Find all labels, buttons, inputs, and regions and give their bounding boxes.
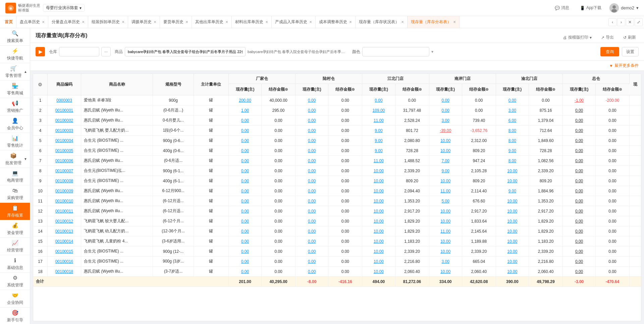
- color-input[interactable]: [362, 47, 429, 56]
- sidebar-item-retail-store[interactable]: 🏪 零售商城: [0, 81, 30, 98]
- sidebar-item-search[interactable]: 🔍 搜索英单: [0, 28, 30, 46]
- sidebar-label-wholesale: 批发管理: [5, 160, 21, 166]
- expand-toggle-btn[interactable]: ▶: [36, 47, 45, 56]
- cell-na-qty: 7.00: [429, 156, 462, 166]
- close-icon[interactable]: ✕: [401, 20, 404, 24]
- tab-inventory-count[interactable]: 盘点单历史 ✕: [16, 16, 48, 28]
- tab-home[interactable]: 首页: [1, 16, 16, 28]
- cell-na-qty: 10.00: [429, 246, 462, 257]
- chevron-down-icon: ▾: [79, 6, 82, 10]
- close-icon[interactable]: ✕: [42, 20, 45, 24]
- tab-allocation[interactable]: 调拨单历史 ✕: [128, 16, 160, 28]
- sidebar-item-member[interactable]: 👤 会员中心: [0, 115, 30, 133]
- expand-more-row: ▼ 展开更多条件: [30, 61, 644, 71]
- close-icon[interactable]: ✕: [122, 20, 124, 24]
- print-btn[interactable]: 🖨 按模版打印 ▾: [560, 33, 594, 42]
- close-icon[interactable]: ✕: [349, 20, 352, 24]
- sidebar-item-wholesale[interactable]: 📦 批发管理 ▼: [0, 150, 30, 168]
- refresh-btn[interactable]: ↺ 刷新: [621, 33, 639, 42]
- sidebar-item-retail-mgmt[interactable]: 🛒 零售管理 ▲: [0, 63, 30, 81]
- cell-na-amt: 676.60: [462, 196, 496, 206]
- user-menu[interactable]: demo2 ▾: [609, 3, 639, 13]
- cell-yb-qty: 10.00: [496, 236, 529, 246]
- cell-na-amt: 1,833.64: [462, 216, 496, 226]
- svg-text:畅: 畅: [9, 7, 12, 10]
- messages-btn[interactable]: 💬 消息: [552, 4, 572, 12]
- sidebar-item-operations[interactable]: 📈 经营管理: [0, 238, 30, 255]
- sidebar-item-new-guide[interactable]: 🎯 新手引导: [0, 308, 30, 324]
- cell-seq: 1: [33, 95, 47, 105]
- cell-spec: (3-7岁适...: [153, 267, 194, 277]
- export-label: 导出: [606, 35, 614, 40]
- cell-lc-qty: 0.00: [296, 196, 328, 206]
- close-icon[interactable]: ✕: [185, 20, 188, 24]
- cell-name: 飞鹤星飞帆 儿童奶粉 4...: [81, 236, 153, 246]
- export-btn[interactable]: ↗ 导出: [598, 33, 616, 42]
- tab-stock-dist[interactable]: 现存量（库存分布表）✕: [408, 16, 460, 28]
- app-download-btn[interactable]: 📱 App下载: [577, 4, 604, 12]
- close-icon[interactable]: ✕: [154, 20, 156, 24]
- message-icon: 💬: [555, 6, 560, 10]
- close-icon[interactable]: ✕: [309, 20, 312, 24]
- sidebar-item-system[interactable]: ⚙ 系统管理: [0, 273, 30, 290]
- cell-unit: 罐: [194, 257, 229, 267]
- sidebar-item-marketing[interactable]: 📢 营销推广: [0, 98, 30, 115]
- th-na-amt: 结存金额⊙: [462, 84, 496, 95]
- sidebar-item-shortcut[interactable]: ⚡ 快捷导航: [0, 46, 30, 63]
- sidebar-item-finance[interactable]: 💰 资金管理: [0, 220, 30, 238]
- tab-other-out[interactable]: 其他出库单历史 ✕: [192, 16, 232, 28]
- tab-purchase-request[interactable]: 要货单历史 ✕: [160, 16, 192, 28]
- close-icon[interactable]: ✕: [225, 20, 228, 24]
- nav-close-btn[interactable]: ✕: [626, 18, 634, 26]
- goods-input[interactable]: [125, 47, 246, 56]
- tab-assembly[interactable]: 组装拆卸单历史 ✕: [88, 16, 128, 28]
- nav-prev-btn[interactable]: ‹: [608, 18, 616, 26]
- close-icon[interactable]: ✕: [265, 20, 268, 24]
- tab-finished-in[interactable]: 产成品入库单历史 ✕: [272, 16, 316, 28]
- warehouse-ellipsis-btn[interactable]: ···: [101, 47, 111, 56]
- expand-more-btn[interactable]: ▼ 展开更多条件: [609, 63, 639, 68]
- warehouse-input[interactable]: [59, 47, 99, 56]
- cell-name: 惠氏启赋 (Wyeth illu...: [81, 156, 153, 166]
- sidebar-item-inventory[interactable]: 📋 库存核算: [0, 203, 30, 220]
- cell-cj-qty: 0.00: [228, 226, 261, 236]
- cell-na-amt: -3,652.76: [462, 126, 496, 136]
- gear-settings-icon[interactable]: ⚙: [38, 82, 42, 87]
- nav-next-btn[interactable]: ›: [617, 18, 625, 26]
- logo-text: 畅捷通好生意 标准版: [18, 3, 40, 12]
- cell-spec: 900g (6-1...: [153, 166, 194, 176]
- close-icon[interactable]: ✕: [453, 20, 456, 24]
- tab-material-out[interactable]: 材料出库单历史 ✕: [232, 16, 272, 28]
- cell-spec: (0-6月适...): [153, 105, 194, 115]
- query-btn[interactable]: 查询: [600, 47, 619, 56]
- nav-maximize-btn[interactable]: ⤢: [635, 18, 643, 26]
- tab-stock-status[interactable]: 现存量（库存状况表）✕: [356, 16, 408, 28]
- sidebar-item-retail-stats[interactable]: 📊 零售统计: [0, 133, 30, 150]
- industry-dropdown[interactable]: 母婴行业演示陈套 ▾: [43, 4, 85, 12]
- cell-seq: 5: [33, 136, 47, 146]
- cell-yb-amt: 2,339.20: [529, 166, 562, 176]
- sidebar-item-purchase[interactable]: 🛍 采购管理: [0, 185, 30, 203]
- tab-cost-adjust[interactable]: 成本调整单历史 ✕: [316, 16, 356, 28]
- cell-yb-amt: 809.20: [529, 176, 562, 186]
- close-icon[interactable]: ✕: [82, 20, 85, 24]
- cell-na-amt: 809.20: [462, 176, 496, 186]
- sidebar-item-ecommerce[interactable]: 💻 电商管理: [0, 168, 30, 185]
- th-name: 商品名称: [81, 74, 153, 95]
- cell-cj-amt: 0.00: [262, 236, 296, 246]
- cell-name: 合生元 (BIOSTIME) ...: [81, 146, 153, 156]
- sidebar-item-basic-info[interactable]: ℹ 基础信息: [0, 255, 30, 273]
- tab-sub-inventory-count[interactable]: 分量盘点单历史 ✕: [48, 16, 88, 28]
- industry-label: 母婴行业演示陈套: [46, 5, 78, 11]
- cell-lc-amt: 0.00: [328, 257, 362, 267]
- cell-na-qty: 11.00: [429, 226, 462, 236]
- cell-name: 爱他美 卓睿3段: [81, 95, 153, 105]
- chevron-down-icon: ▼: [24, 157, 27, 161]
- cell-cj-qty: 0.00: [228, 267, 261, 277]
- cell-yb-amt: 712.64: [529, 126, 562, 136]
- settings-btn[interactable]: 设置: [622, 47, 639, 56]
- expand-label: 展开更多条件: [614, 63, 639, 68]
- th-yb-amt: 结存金额⊙: [529, 84, 562, 95]
- sidebar-item-enterprise-collab[interactable]: 🤝 企业协同: [0, 290, 30, 308]
- cell-jb-qty: 9.00: [362, 136, 395, 146]
